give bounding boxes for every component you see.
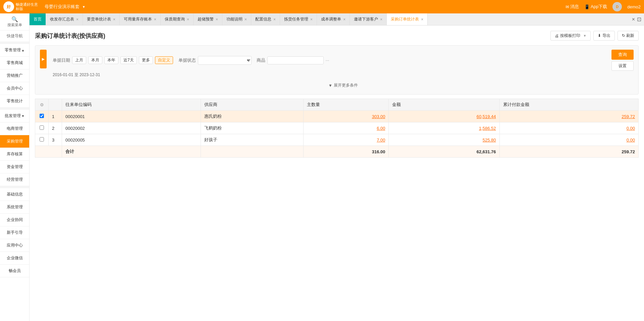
row3-amount[interactable]: 525.80	[389, 134, 499, 146]
printer-icon: 🖨	[555, 34, 559, 38]
sidebar-item-sys-mgmt[interactable]: 系统管理	[0, 201, 29, 214]
tab-receive-send[interactable]: 收发存汇总表 ×	[46, 13, 83, 25]
sidebar-shortcut-nav[interactable]: 快捷导航	[0, 31, 29, 42]
row1-supplier-code: 00020001	[62, 111, 201, 122]
tab-cost-adjust[interactable]: 成本调整单 ×	[317, 13, 350, 25]
row2-checkbox[interactable]	[35, 122, 49, 134]
user-name[interactable]: demo2	[627, 4, 641, 9]
logo-area: 好 畅捷通好生意 标版	[3, 1, 38, 12]
row1-seq: 1	[49, 111, 62, 122]
date-btn-this-month[interactable]: 本月	[88, 56, 102, 64]
tab-close-overstock[interactable]: ×	[216, 17, 218, 22]
tab-pick-task[interactable]: 拣货任务管理 ×	[280, 13, 317, 25]
tab-config[interactable]: 配置信息 ×	[251, 13, 280, 25]
row3-main-qty[interactable]: 7.00	[304, 134, 389, 146]
tab-invite-down[interactable]: 邀请下游客户 ×	[350, 13, 387, 25]
row1-amount[interactable]: 60,519.44	[389, 111, 499, 122]
sidebar-item-ops-mgmt[interactable]: 经营管理	[0, 173, 29, 186]
tab-close-config[interactable]: ×	[273, 17, 276, 22]
date-label: 单据日期	[53, 57, 70, 63]
top-bar-left: 好 畅捷通好生意 标版 母婴行业演示账套 ▼	[3, 1, 86, 12]
status-select[interactable]	[198, 56, 252, 65]
content-area: 首页 收发存汇总表 × 要货单统计表 × 可用量库存账本 × 保质期查询 × 超…	[30, 13, 644, 321]
tab-usable-stock[interactable]: 可用量库存账本 ×	[120, 13, 161, 25]
tab-expiry-query[interactable]: 保质期查询 ×	[161, 13, 194, 25]
sidebar-item-vip-member[interactable]: 畅会员	[0, 265, 29, 277]
sidebar-item-new-guide[interactable]: 新手引导	[0, 226, 29, 239]
settings-button[interactable]: 设置	[611, 61, 634, 71]
sidebar-search-btn[interactable]: 🔍 搜索菜单	[0, 13, 29, 31]
row2-paid-amount[interactable]: 0.00	[499, 122, 638, 134]
tab-home[interactable]: 首页	[30, 13, 46, 25]
row1-paid-amount[interactable]: 259.72	[499, 111, 638, 122]
print-button[interactable]: 🖨 按模板打印 ▼	[550, 31, 591, 41]
filter-toggle-btn[interactable]: ►	[40, 50, 47, 68]
tab-order-stats[interactable]: 要货单统计表 ×	[83, 13, 120, 25]
tab-func-desc[interactable]: 功能说明 ×	[222, 13, 251, 25]
tab-close-order-stats[interactable]: ×	[113, 17, 115, 22]
date-btn-more[interactable]: 更多	[139, 56, 153, 64]
tab-close-func-desc[interactable]: ×	[245, 17, 247, 22]
sidebar-item-retail-shop[interactable]: 零售商城	[0, 57, 29, 69]
sidebar-item-purchase-mgmt[interactable]: 采购管理	[0, 135, 29, 148]
tab-close-cost-adjust[interactable]: ×	[343, 17, 345, 22]
sidebar-item-finance-mgmt[interactable]: 资金管理	[0, 161, 29, 173]
tab-overstock[interactable]: 超储预警 ×	[194, 13, 222, 25]
row3-paid-amount[interactable]: 0.00	[499, 134, 638, 146]
row2-seq: 2	[49, 122, 62, 134]
app-download-btn[interactable]: 📱 App下载	[584, 4, 607, 10]
table-row[interactable]: 2 00020002 飞鹤奶粉 6.00 1,586.52 0.00	[35, 122, 639, 134]
sidebar-item-ecommerce-mgmt[interactable]: 电商管理	[0, 122, 29, 135]
sidebar-item-retail-mgmt[interactable]: 零售管理 ▲	[0, 44, 29, 57]
filter-status-group: 单据状态 ▼	[178, 56, 251, 65]
table-footer: 合计 316.00 62,631.76 259.72	[35, 146, 639, 158]
page-title: 采购订单统计表(按供应商)	[35, 32, 105, 40]
table-settings-icon[interactable]: ⚙	[40, 102, 44, 107]
message-btn[interactable]: ✉ 消息	[566, 4, 579, 10]
date-btn-7days[interactable]: 近7天	[120, 56, 137, 64]
export-button[interactable]: ⬇ 导出	[593, 31, 614, 41]
date-btn-this-year[interactable]: 本年	[104, 56, 118, 64]
table-row[interactable]: 3 00020005 好孩子 7.00 525.80 0.00	[35, 134, 639, 146]
tab-bar-end: × ⊡	[629, 16, 644, 22]
tab-close-invite-down[interactable]: ×	[380, 17, 382, 22]
chevron-down-icon: ▲	[21, 49, 24, 52]
sidebar-item-basic-info[interactable]: 基础信息	[0, 188, 29, 201]
tab-purchase-stats[interactable]: 采购订单统计表 ×	[387, 13, 428, 25]
sidebar-item-marketing[interactable]: 营销推广	[0, 69, 29, 82]
date-btn-last-month[interactable]: 上月	[72, 56, 86, 64]
filter-area: ► 单据日期 上月 本月 本年 近7天 更多	[35, 45, 639, 95]
goods-more-icon[interactable]: ···	[326, 58, 329, 63]
sidebar-item-inventory-check[interactable]: 库存核算	[0, 148, 29, 161]
sidebar-item-enterprise-wechat[interactable]: 企业微信	[0, 252, 29, 265]
tab-close-expiry-query[interactable]: ×	[187, 17, 189, 22]
row1-checkbox[interactable]	[35, 111, 49, 122]
row2-amount[interactable]: 1,586.52	[389, 122, 499, 134]
tab-close-usable-stock[interactable]: ×	[154, 17, 156, 22]
workspace-selector[interactable]: 母婴行业演示账套 ▼	[45, 4, 86, 10]
row1-main-qty[interactable]: 303.00	[304, 111, 389, 122]
expand-more-btn[interactable]: ▼ 展开更多条件	[53, 81, 634, 90]
row2-main-qty[interactable]: 6.00	[304, 122, 389, 134]
total-amount: 62,631.76	[389, 146, 499, 158]
row3-checkbox[interactable]	[35, 134, 49, 146]
tab-close-receive-send[interactable]: ×	[76, 17, 78, 22]
sidebar-item-retail-stats[interactable]: 零售统计	[0, 95, 29, 108]
tab-resize-icon[interactable]: ⊡	[637, 16, 641, 22]
date-btn-custom[interactable]: 自定义	[155, 56, 173, 64]
filter-content: 单据日期 上月 本月 本年 近7天 更多 自定义	[53, 50, 634, 90]
sidebar-item-member-center[interactable]: 会员中心	[0, 82, 29, 95]
tab-close-all-icon[interactable]: ×	[632, 16, 635, 22]
tab-close-pick-task[interactable]: ×	[310, 17, 313, 22]
sidebar-item-enterprise-collab[interactable]: 企业协同	[0, 214, 29, 226]
user-avatar[interactable]: D	[612, 2, 622, 11]
tab-close-purchase-stats[interactable]: ×	[421, 17, 423, 22]
refresh-button[interactable]: ↻ 刷新	[618, 31, 639, 41]
search-button[interactable]: 查询	[611, 50, 634, 60]
table-row[interactable]: 1 00020001 惠氏奶粉 303.00 60,519.44 259.72	[35, 111, 639, 122]
goods-input[interactable]	[267, 56, 324, 64]
total-row: 合计 316.00 62,631.76 259.72	[35, 146, 639, 158]
chevron-down-icon-filter: ▼	[328, 83, 332, 88]
sidebar-item-wholesale-mgmt[interactable]: 批发管理 ▼	[0, 110, 29, 122]
sidebar-item-app-center[interactable]: 应用中心	[0, 239, 29, 252]
